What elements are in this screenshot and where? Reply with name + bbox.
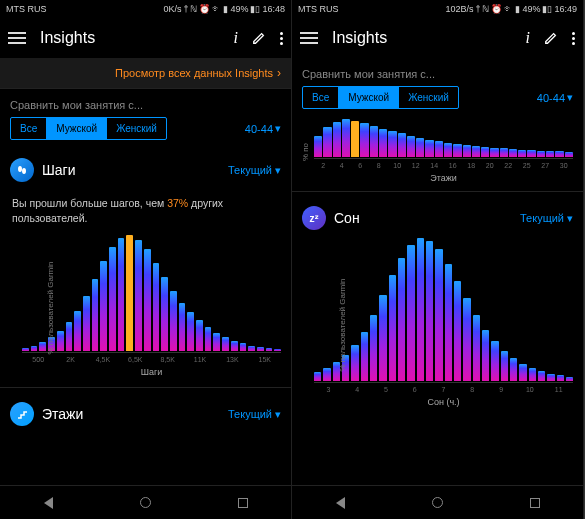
chart-bar — [463, 298, 470, 381]
age-filter[interactable]: 40-44 ▾ — [537, 91, 573, 104]
signal-icon: ▮ — [223, 4, 228, 14]
chart-bar — [444, 143, 452, 157]
battery-pct: 49% — [522, 4, 540, 14]
clock: 16:49 — [554, 4, 577, 14]
x-tick: 13K — [216, 356, 248, 363]
chart-bar — [333, 122, 341, 157]
bluetooth-icon: † — [183, 4, 188, 14]
chart-bar — [519, 364, 526, 381]
info-icon[interactable]: i — [526, 29, 530, 47]
chart-bar — [205, 327, 212, 351]
x-tick: 9 — [487, 386, 516, 393]
alarm-icon: ⏰ — [491, 4, 502, 14]
seg-female[interactable]: Женский — [398, 87, 458, 108]
chart-bar — [538, 371, 545, 381]
x-tick: 4 — [333, 162, 352, 169]
x-tick: 2K — [54, 356, 86, 363]
section-title: Этажи — [42, 406, 83, 422]
age-filter[interactable]: 40-44 ▾ — [245, 122, 281, 135]
wifi-icon: ᯤ — [504, 4, 513, 14]
x-axis-label: Сон (ч.) — [314, 397, 573, 407]
page-title: Insights — [40, 29, 95, 47]
x-tick: 20 — [481, 162, 500, 169]
chevron-right-icon: › — [277, 66, 281, 80]
carrier-label: MTS RUS — [6, 4, 47, 14]
view-all-banner[interactable]: Просмотр всех данных Insights › — [0, 58, 291, 89]
home-button[interactable] — [140, 497, 151, 508]
app-bar: Insights i — [0, 18, 291, 58]
seg-male[interactable]: Мужской — [338, 87, 398, 108]
steps-icon — [10, 158, 34, 182]
chart-bar — [196, 320, 203, 351]
chart-bar — [425, 140, 433, 157]
phone-left: MTS RUS 0K/s † ℕ ⏰ ᯤ ▮ 49% ▮▯ 16:48 Insi… — [0, 0, 292, 519]
chart-bar — [482, 330, 489, 381]
chart-bar — [135, 240, 142, 351]
seg-male[interactable]: Мужской — [46, 118, 106, 139]
chart-bar — [557, 375, 564, 381]
chart-bar — [323, 368, 330, 381]
compare-label: Сравнить мои занятия с... — [0, 89, 291, 117]
chart-bar — [453, 144, 461, 157]
menu-icon[interactable] — [300, 32, 318, 44]
section-title: Сон — [334, 210, 360, 226]
chart-bar — [389, 275, 396, 381]
period-dropdown[interactable]: Текущий ▾ — [520, 212, 573, 225]
alarm-icon: ⏰ — [199, 4, 210, 14]
chart-bar — [490, 148, 498, 158]
x-tick: 27 — [536, 162, 555, 169]
x-tick: 14 — [425, 162, 444, 169]
chart-bar — [248, 346, 255, 352]
chart-bar — [407, 245, 414, 381]
period-dropdown[interactable]: Текущий ▾ — [228, 164, 281, 177]
section-floors-head: Этажи Текущий ▾ — [0, 394, 291, 434]
chart-bar — [509, 149, 517, 157]
chart-bar — [481, 147, 489, 157]
y-axis-label: % пользователей Garmin — [338, 278, 347, 371]
chart-bar — [314, 372, 321, 381]
info-icon[interactable]: i — [234, 29, 238, 47]
chart-bar — [231, 341, 238, 351]
back-button[interactable] — [44, 497, 53, 509]
x-tick: 6 — [400, 386, 429, 393]
edit-icon[interactable] — [252, 31, 266, 45]
chart-bar — [323, 127, 331, 157]
svg-point-1 — [22, 168, 26, 174]
chart-bar — [547, 374, 554, 381]
home-button[interactable] — [432, 497, 443, 508]
x-tick: 6 — [351, 162, 370, 169]
chart-bar — [57, 331, 64, 352]
chart-bar — [398, 133, 406, 157]
menu-icon[interactable] — [8, 32, 26, 44]
chart-bar — [473, 315, 480, 381]
back-button[interactable] — [336, 497, 345, 509]
chart-bar — [426, 241, 433, 381]
recents-button[interactable] — [530, 498, 540, 508]
chevron-down-icon: ▾ — [567, 212, 573, 225]
chart-bar — [144, 249, 151, 351]
chart-bar — [74, 311, 81, 352]
seg-all[interactable]: Все — [11, 118, 46, 139]
chart-bar — [213, 333, 220, 352]
y-axis-label: % пользователей Garmin — [46, 262, 55, 355]
x-axis-label: Этажи — [314, 173, 573, 183]
chart-bar — [314, 136, 322, 157]
chart-bar — [566, 377, 573, 381]
edit-icon[interactable] — [544, 31, 558, 45]
chart-bar — [361, 332, 368, 381]
seg-all[interactable]: Все — [303, 87, 338, 108]
period-dropdown[interactable]: Текущий ▾ — [228, 408, 281, 421]
x-tick: 3 — [314, 386, 343, 393]
seg-female[interactable]: Женский — [106, 118, 166, 139]
gender-segment: Все Мужской Женский — [10, 117, 167, 140]
period-label: Текущий — [228, 408, 272, 420]
chart-bar — [109, 247, 116, 351]
overflow-icon[interactable] — [572, 32, 575, 45]
chart-bar — [529, 368, 536, 381]
status-bar: MTS RUS 0K/s † ℕ ⏰ ᯤ ▮ 49% ▮▯ 16:48 — [0, 0, 291, 18]
chart-bar — [388, 131, 396, 157]
overflow-icon[interactable] — [280, 32, 283, 45]
recents-button[interactable] — [238, 498, 248, 508]
x-tick: 10 — [388, 162, 407, 169]
app-bar: Insights i — [292, 18, 583, 58]
